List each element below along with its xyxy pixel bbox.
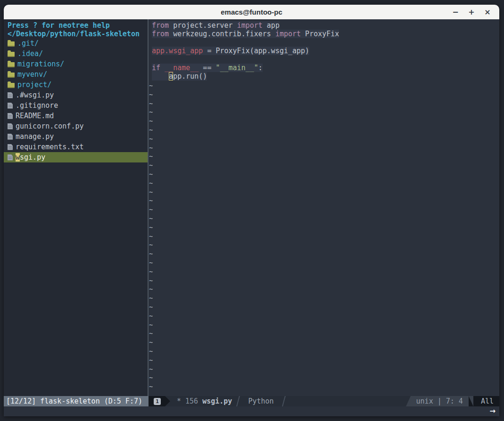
powerline-slant-icon	[406, 396, 411, 406]
empty-line-indicator: ~	[149, 81, 153, 90]
titlebar[interactable]: emacs@funtoo-pc − + ×	[4, 5, 499, 19]
echo-area[interactable]: →	[4, 406, 499, 416]
window-number-badge: 1	[154, 398, 161, 405]
neotree-root-path[interactable]: </Desktop/python/flask-skeleton	[4, 30, 148, 38]
window-title: emacs@funtoo-pc	[221, 8, 282, 16]
folder-icon	[8, 41, 15, 47]
tree-item-file[interactable]: manage.py	[4, 131, 148, 142]
empty-line-indicator: ~	[149, 99, 153, 108]
empty-line-indicator: ~	[149, 338, 153, 347]
code-token: "__main__"	[215, 64, 258, 72]
tree-item-file[interactable]: README.md	[4, 111, 148, 121]
empty-line-indicator: ~	[149, 356, 153, 365]
empty-line-indicator: ~	[149, 382, 153, 391]
maximize-button[interactable]: +	[465, 6, 478, 18]
file-icon	[8, 92, 13, 98]
empty-line-indicator: ~	[149, 152, 153, 161]
code-token: pp.run()	[173, 72, 207, 81]
code-line[interactable]: app.run()	[152, 72, 499, 81]
empty-line-indicator: ~	[149, 144, 153, 153]
empty-line-indicator: ~	[149, 285, 153, 294]
code-line[interactable]: from werkzeug.contrib.fixers import Prox…	[152, 30, 499, 38]
code-line-text: from werkzeug.contrib.fixers import Prox…	[152, 30, 339, 38]
code-token	[152, 72, 169, 81]
code-line-text: app.wsgi_app = ProxyFix(app.wsgi_app)	[152, 47, 309, 55]
editor-cursor: a	[169, 72, 173, 81]
empty-line-indicator: ~	[149, 117, 153, 126]
powerline-separator-icon	[236, 396, 240, 406]
file-name: README.md	[16, 112, 54, 120]
main-area: Press ? for neotree help </Desktop/pytho…	[4, 19, 499, 396]
directory-name: migrations/	[17, 60, 64, 68]
neotree-file-list: .#wsgi.py.gitignoreREADME.mdgunicorn.con…	[4, 90, 148, 162]
code-line[interactable]: from project.server import app	[152, 21, 499, 30]
empty-line-indicator: ~	[149, 223, 153, 232]
empty-line-indicator: ~	[149, 188, 153, 197]
folder-icon	[8, 73, 15, 78]
buffer-size: 156	[185, 397, 198, 405]
empty-line-indicator: ~	[149, 276, 153, 285]
empty-line-indicator: ~	[149, 196, 153, 205]
code-token: ProxyFix	[301, 30, 339, 38]
code-area[interactable]: from project.server import appfrom werkz…	[149, 19, 499, 81]
tree-item-file[interactable]: requirements.txt	[4, 142, 148, 152]
folder-icon	[8, 52, 15, 57]
code-token: import	[275, 30, 301, 38]
empty-line-indicator: ~	[149, 170, 153, 179]
code-token: :	[258, 64, 263, 72]
major-mode-label[interactable]: Python	[244, 396, 277, 406]
file-name: .gitignore	[16, 101, 58, 110]
code-line-text: from project.server import app	[152, 21, 280, 30]
file-icon	[8, 134, 13, 140]
directory-name: myvenv/	[17, 70, 47, 79]
empty-line-indicator: ~	[149, 90, 153, 99]
editor-buffer[interactable]: from project.server import appfrom werkz…	[149, 19, 499, 396]
folder-icon	[8, 83, 15, 88]
tree-item-directory[interactable]: migrations/	[4, 59, 148, 69]
tree-cursor: w	[16, 153, 20, 162]
tree-item-file[interactable]: gunicorn.conf.py	[4, 121, 148, 131]
code-line[interactable]	[152, 55, 499, 64]
tree-item-directory[interactable]: .idea/	[4, 49, 148, 59]
empty-line-indicator: ~	[149, 232, 153, 241]
empty-line-indicator: ~	[149, 214, 153, 223]
tree-item-directory[interactable]: project/	[4, 80, 148, 90]
neotree-sidebar[interactable]: Press ? for neotree help </Desktop/pytho…	[4, 19, 148, 396]
buffer-status-segment: * 156 wsgi.py	[170, 396, 232, 406]
file-name: manage.py	[16, 132, 54, 141]
minimize-button[interactable]: −	[449, 6, 462, 18]
modified-indicator: *	[177, 397, 181, 405]
close-button[interactable]: ×	[481, 6, 494, 18]
tree-item-file[interactable]: .#wsgi.py	[4, 90, 148, 100]
neotree-modeline-status: [12/12] flask-skeleton (D:5 F:7)	[4, 396, 149, 406]
code-token: project.server	[169, 21, 237, 30]
empty-line-indicator: ~	[149, 108, 153, 117]
tree-item-directory[interactable]: myvenv/	[4, 69, 148, 80]
modeline: [12/12] flask-skeleton (D:5 F:7) 1 * 156…	[4, 396, 499, 406]
spacer	[181, 397, 185, 405]
empty-line-indicator: ~	[149, 365, 153, 374]
file-icon	[8, 103, 13, 109]
empty-line-indicator: ~	[149, 267, 153, 276]
tree-item-file[interactable]: wsgi.py	[4, 152, 148, 162]
code-line-text: if __name__ == "__main__":	[152, 64, 263, 72]
directory-name: .idea/	[17, 49, 43, 58]
directory-name: project/	[17, 81, 51, 89]
code-line[interactable]	[152, 38, 499, 47]
code-line[interactable]: if __name__ == "__main__":	[152, 64, 499, 72]
empty-line-indicator: ~	[149, 312, 153, 321]
segment-separator	[433, 397, 438, 405]
tree-item-directory[interactable]: .git/	[4, 38, 148, 49]
empty-line-indicator: ~	[149, 179, 153, 188]
powerline-slant-icon	[469, 396, 473, 406]
empty-line-indicator: ~	[149, 259, 153, 267]
code-token: import	[237, 21, 263, 30]
code-token: if	[152, 64, 160, 72]
code-token: from	[152, 21, 169, 30]
tree-item-file[interactable]: .gitignore	[4, 100, 148, 111]
code-token: app	[263, 21, 280, 30]
code-line[interactable]: app.wsgi_app = ProxyFix(app.wsgi_app)	[152, 47, 499, 55]
code-token: __name__	[165, 64, 198, 72]
file-name: requirements.txt	[16, 143, 84, 151]
file-name: .#wsgi.py	[16, 91, 54, 99]
